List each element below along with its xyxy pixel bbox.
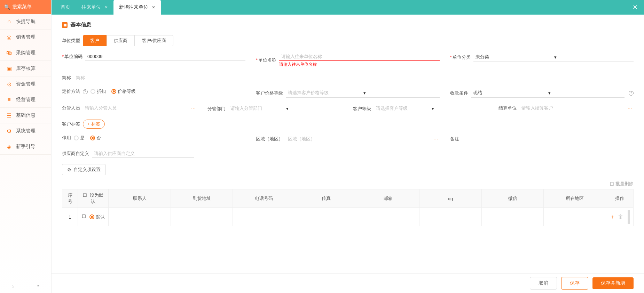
short-name-input[interactable] — [74, 74, 184, 82]
customer-level-select[interactable]: 请选择客户等级 ▾ — [374, 104, 488, 113]
add-tag-btn[interactable]: + 标签 — [83, 120, 105, 129]
region-more-btn[interactable]: ··· — [432, 136, 439, 142]
td-contact[interactable] — [109, 208, 171, 226]
sidebar-bottom-left[interactable]: ⌂ — [0, 282, 26, 290]
td-fax[interactable] — [295, 208, 357, 226]
checkbox-all[interactable]: ☐ — [83, 193, 87, 198]
tab-new-partner[interactable]: 新增往来单位 ✕ — [113, 0, 161, 15]
settlement-more-btn[interactable]: ··· — [626, 105, 634, 111]
row-checkbox[interactable]: ☐ — [82, 214, 86, 219]
delete-row-btn[interactable]: 🗑 — [618, 214, 623, 220]
disabled-radio-group: 是 否 — [74, 135, 101, 141]
level-radio-dot — [113, 90, 115, 92]
payment-terms-select[interactable]: 现结 ▾ — [471, 88, 625, 98]
customer-price-level-placeholder: 请选择客户价格等级 — [288, 90, 362, 96]
custom-settings-btn[interactable]: ⚙ 自定义项设置 — [62, 164, 106, 175]
level-radio-circle — [111, 89, 116, 94]
customer-level-placeholder: 请选择客户等级 — [376, 105, 430, 112]
unit-type-both-btn[interactable]: 客户/供应商 — [135, 35, 173, 46]
sidebar-item-inventory[interactable]: ▣ 库存核算 — [0, 61, 51, 76]
sidebar-item-purchase[interactable]: 🛍 采购管理 — [0, 45, 51, 61]
sidebar-item-guide[interactable]: ◈ 新手引导 — [0, 139, 51, 155]
td-phone[interactable] — [233, 208, 295, 226]
wechat-input[interactable] — [485, 213, 540, 221]
inventory-icon: ▣ — [6, 65, 13, 72]
sidebar-item-quick-nav[interactable]: ⌂ 快捷导航 — [0, 14, 51, 30]
tab-partner-close[interactable]: ✕ — [104, 5, 108, 10]
pricing-level-radio[interactable]: 价格等级 — [111, 88, 136, 95]
search-icon: 🔍 — [4, 4, 10, 10]
fax-input[interactable] — [299, 213, 354, 221]
yes-radio-circle — [74, 136, 79, 140]
sidebar-item-sales[interactable]: ◎ 销售管理 — [0, 30, 51, 45]
customer-price-level-select[interactable]: 请选择客户价格等级 ▾ — [286, 88, 439, 98]
sidebar-item-finance[interactable]: ⊙ 资金管理 — [0, 76, 51, 92]
td-wechat[interactable] — [481, 208, 544, 226]
td-seq: 1 — [62, 208, 78, 226]
contact-input[interactable] — [112, 213, 167, 221]
sidebar-bottom-right[interactable]: ≡ — [26, 282, 52, 290]
add-row-btn[interactable]: ＋ — [610, 213, 615, 221]
manager-label: 分管人员 — [62, 105, 80, 111]
default-radio[interactable]: 默认 — [89, 214, 105, 220]
disabled-no-radio[interactable]: 否 — [90, 135, 101, 141]
pricing-help-icon[interactable]: ? — [83, 89, 88, 94]
td-qq[interactable] — [419, 208, 482, 226]
guide-icon: ◈ — [6, 143, 13, 150]
unit-type-customer-btn[interactable]: 客户 — [83, 35, 107, 46]
tab-bar-close-btn[interactable]: ✕ — [630, 3, 641, 11]
unit-name-input[interactable] — [279, 52, 439, 61]
disabled-yes-radio[interactable]: 是 — [74, 135, 85, 141]
remark-field: 备注 — [450, 135, 634, 143]
unit-code-input[interactable] — [85, 52, 245, 61]
sidebar-item-label: 新手引导 — [16, 144, 36, 150]
settlement-unit-label: 结算单位 — [498, 105, 517, 111]
disabled-label: 停用 — [62, 135, 71, 141]
unit-type-supplier-btn[interactable]: 供应商 — [107, 35, 135, 46]
remark-label: 备注 — [450, 136, 459, 142]
cancel-button[interactable]: 取消 — [530, 277, 557, 290]
phone-input[interactable] — [236, 213, 291, 221]
sidebar-item-basic-info[interactable]: ☰ 基础信息 — [0, 108, 51, 123]
manager-row: 分管人员 ··· 分管部门 请输入分管部门 ▾ 客户等级 请选择客户等级 ▾ 结… — [62, 104, 634, 113]
unit-category-select[interactable]: 未分类 ▾ — [473, 52, 634, 62]
email-input[interactable] — [361, 213, 416, 221]
payment-terms-label: 收款条件 — [450, 90, 468, 96]
td-email[interactable] — [357, 208, 419, 226]
tab-partner-label: 往来单位 — [81, 4, 101, 10]
tab-home[interactable]: 首页 — [55, 0, 76, 15]
td-region[interactable] — [544, 208, 606, 226]
unit-category-value: 未分类 — [476, 54, 553, 60]
payment-help-icon[interactable]: ? — [629, 91, 634, 96]
home-icon: ⌂ — [6, 18, 13, 25]
manager-input[interactable] — [83, 104, 187, 112]
supplier-custom-input[interactable] — [92, 149, 194, 158]
remark-input[interactable] — [462, 135, 634, 143]
section-title: ▣ 基本信息 — [62, 22, 634, 28]
save-button[interactable]: 保存 — [561, 277, 588, 290]
sidebar-item-operations[interactable]: ≡ 经营管理 — [0, 92, 51, 108]
save-new-button[interactable]: 保存并新增 — [592, 277, 634, 289]
settlement-unit-input[interactable] — [519, 104, 623, 112]
sidebar-item-label: 经营管理 — [16, 97, 36, 103]
batch-delete[interactable]: ☐ 批量删除 — [62, 181, 634, 187]
pricing-discount-radio[interactable]: 折扣 — [91, 88, 106, 95]
payment-terms-field: 收款条件 现结 ▾ ? — [450, 88, 634, 98]
tab-partner[interactable]: 往来单位 ✕ — [76, 0, 113, 15]
qq-input[interactable] — [423, 213, 478, 221]
sidebar-search[interactable]: 🔍 搜索菜单 — [0, 0, 51, 14]
department-select[interactable]: 请输入分管部门 ▾ — [228, 104, 343, 113]
tab-new-partner-close[interactable]: ✕ — [152, 5, 155, 10]
address-input[interactable] — [174, 213, 229, 221]
default-radio-label: 默认 — [96, 214, 105, 220]
td-address[interactable] — [171, 208, 233, 226]
manager-more-btn[interactable]: ··· — [190, 105, 197, 111]
th-contact: 联系人 — [109, 189, 171, 208]
section-title-text: 基本信息 — [70, 22, 91, 28]
region-table-input[interactable] — [547, 213, 602, 221]
sidebar-item-system[interactable]: ⚙ 系统管理 — [0, 123, 51, 139]
basic-info-icon: ☰ — [6, 112, 13, 119]
region-input[interactable] — [286, 135, 429, 143]
drag-handle[interactable] — [628, 210, 630, 224]
chevron-down-icon4: ▾ — [286, 106, 340, 111]
